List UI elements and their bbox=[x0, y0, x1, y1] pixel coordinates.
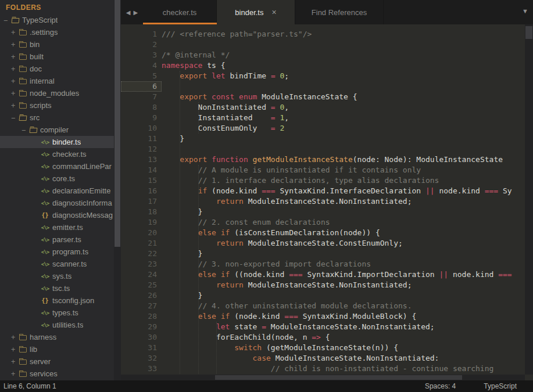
collapse-icon[interactable]: − bbox=[11, 114, 19, 122]
sidebar-item-parser-ts[interactable]: <\>parser.ts bbox=[0, 233, 114, 246]
expand-icon[interactable]: + bbox=[11, 89, 19, 98]
sidebar-item-lib[interactable]: +lib bbox=[0, 343, 114, 355]
vertical-scrollbar-thumb[interactable] bbox=[525, 26, 532, 39]
line-number: 6 bbox=[121, 81, 162, 92]
expand-icon[interactable]: + bbox=[11, 370, 19, 378]
expand-icon[interactable]: + bbox=[11, 65, 19, 73]
code-token: ModuleInstanceState.NonInstantiated; bbox=[244, 280, 412, 289]
code-token: switch bbox=[234, 343, 262, 352]
expand-icon[interactable]: + bbox=[11, 77, 19, 85]
folder-open-icon bbox=[19, 116, 27, 121]
line-number: 10 bbox=[121, 123, 162, 134]
code-line: 25 return ModuleInstanceState.NonInstant… bbox=[121, 280, 525, 290]
tab-checker-ts[interactable]: checker.ts bbox=[143, 0, 217, 24]
expand-icon[interactable]: + bbox=[11, 358, 19, 366]
sidebar-item-binder-ts[interactable]: <\>binder.ts bbox=[0, 136, 114, 148]
sidebar-item-settings[interactable]: +.settings bbox=[0, 26, 114, 38]
close-icon[interactable]: × bbox=[271, 8, 276, 16]
folder-icon bbox=[19, 55, 27, 60]
status-bar: Line 6, Column 1 Spaces: 4 TypeScript bbox=[0, 380, 533, 392]
expand-icon[interactable]: + bbox=[11, 41, 19, 49]
back-arrow-icon[interactable]: ◀ bbox=[126, 9, 131, 16]
ts-file-icon: <\> bbox=[41, 310, 49, 316]
sidebar-item-label: scripts bbox=[30, 101, 52, 110]
sidebar-item-src[interactable]: −src bbox=[0, 112, 114, 124]
code-token: // 4. other uninstantiated module declar… bbox=[198, 301, 412, 310]
line-number: 15 bbox=[121, 175, 162, 186]
code-token: (getModuleInstanceState(n)) { bbox=[262, 343, 398, 352]
sidebar-item-harness[interactable]: +harness bbox=[0, 331, 114, 343]
horizontal-scrollbar-thumb[interactable] bbox=[215, 375, 462, 380]
code-token bbox=[162, 280, 216, 289]
sidebar-item-scripts[interactable]: +scripts bbox=[0, 99, 114, 112]
sidebar-scrollbar[interactable] bbox=[114, 0, 121, 380]
sidebar-item-label: emitter.ts bbox=[52, 223, 83, 232]
ts-file-icon: <\> bbox=[41, 164, 49, 170]
sidebar-item-checker-ts[interactable]: <\>checker.ts bbox=[0, 148, 114, 160]
folder-open-icon bbox=[30, 128, 38, 133]
sidebar-item-diagnosticmessag[interactable]: {}diagnosticMessag bbox=[0, 209, 114, 221]
sidebar-item-scanner-ts[interactable]: <\>scanner.ts bbox=[0, 258, 114, 270]
folders-header: FOLDERS bbox=[0, 0, 114, 14]
syntax-status[interactable]: TypeScript bbox=[484, 382, 517, 390]
folder-icon bbox=[19, 359, 27, 365]
code-token bbox=[276, 113, 280, 122]
sidebar-item-label: commandLinePar bbox=[52, 162, 112, 171]
sidebar-scrollbar-thumb[interactable] bbox=[115, 0, 120, 247]
editor-horizontal-scrollbar[interactable] bbox=[121, 375, 525, 380]
indentation-status[interactable]: Spaces: 4 bbox=[425, 382, 456, 390]
sidebar-item-server[interactable]: +server bbox=[0, 355, 114, 368]
sidebar-item-label: built bbox=[30, 52, 44, 61]
code-line: 3/* @internal */ bbox=[121, 50, 525, 60]
code-line: 12 bbox=[121, 144, 525, 154]
forward-arrow-icon[interactable]: ▶ bbox=[134, 9, 138, 16]
code-editor[interactable]: 1/// <reference path="parser.ts"/>23/* @… bbox=[121, 24, 525, 375]
tab-overflow-icon[interactable]: ▼ bbox=[522, 8, 528, 15]
editor-vertical-scrollbar[interactable] bbox=[525, 24, 533, 375]
sidebar-item-built[interactable]: +built bbox=[0, 51, 114, 63]
expand-icon[interactable]: + bbox=[11, 346, 19, 354]
sidebar-item-internal[interactable]: +internal bbox=[0, 75, 114, 87]
sidebar-item-tsconfig-json[interactable]: {}tsconfig.json bbox=[0, 294, 114, 307]
sidebar-item-utilities-ts[interactable]: <\>utilities.ts bbox=[0, 319, 114, 331]
sidebar-item-services[interactable]: +services bbox=[0, 368, 114, 380]
tab-find-references[interactable]: Find References bbox=[295, 0, 384, 24]
sidebar-item-typescript[interactable]: −TypeScript bbox=[0, 14, 114, 26]
sidebar-item-declarationemitte[interactable]: <\>declarationEmitte bbox=[0, 185, 114, 197]
code-token bbox=[162, 270, 198, 279]
sidebar-item-label: types.ts bbox=[52, 308, 78, 317]
sidebar-item-emitter-ts[interactable]: <\>emitter.ts bbox=[0, 221, 114, 233]
sidebar-item-commandlinepar[interactable]: <\>commandLinePar bbox=[0, 160, 114, 172]
code-token: /// <reference path="parser.ts"/> bbox=[162, 30, 312, 38]
line-number: 33 bbox=[121, 364, 162, 374]
code-line: 17 return ModuleInstanceState.NonInstant… bbox=[121, 196, 525, 207]
sidebar-item-program-ts[interactable]: <\>program.ts bbox=[0, 246, 114, 258]
line-number: 30 bbox=[121, 332, 162, 343]
tab-binder-ts[interactable]: binder.ts× bbox=[217, 0, 295, 24]
expand-icon[interactable]: + bbox=[11, 28, 19, 37]
expand-icon[interactable]: + bbox=[11, 53, 19, 61]
sidebar-item-compiler[interactable]: −compiler bbox=[0, 124, 114, 136]
expand-icon[interactable]: + bbox=[11, 333, 19, 341]
code-token: , bbox=[284, 103, 289, 112]
code-line: 26 } bbox=[121, 290, 525, 301]
sidebar-item-bin[interactable]: +bin bbox=[0, 38, 114, 51]
sidebar-item-sys-ts[interactable]: <\>sys.ts bbox=[0, 270, 114, 282]
line-number: 28 bbox=[121, 311, 162, 322]
editor-group: ◀ ▶ checker.tsbinder.ts×Find References … bbox=[121, 0, 533, 380]
sidebar-item-tsc-ts[interactable]: <\>tsc.ts bbox=[0, 282, 114, 294]
code-token: 2 bbox=[280, 124, 285, 132]
code-token: return bbox=[216, 197, 244, 206]
sidebar-item-doc[interactable]: +doc bbox=[0, 63, 114, 75]
sidebar-item-core-ts[interactable]: <\>core.ts bbox=[0, 172, 114, 185]
collapse-icon[interactable]: − bbox=[3, 16, 12, 24]
sidebar-item-label: binder.ts bbox=[52, 138, 81, 146]
sidebar-item-label: server bbox=[30, 357, 51, 366]
expand-icon[interactable]: + bbox=[11, 102, 19, 110]
sidebar-item-types-ts[interactable]: <\>types.ts bbox=[0, 307, 114, 319]
collapse-icon[interactable]: − bbox=[22, 126, 30, 134]
sidebar-item-label: .settings bbox=[30, 28, 58, 37]
sidebar-item-node-modules[interactable]: +node_modules bbox=[0, 87, 114, 99]
sidebar-item-diagnosticinforma[interactable]: <\>diagnosticInforma bbox=[0, 197, 114, 209]
sidebar-item-label: core.ts bbox=[52, 174, 75, 183]
